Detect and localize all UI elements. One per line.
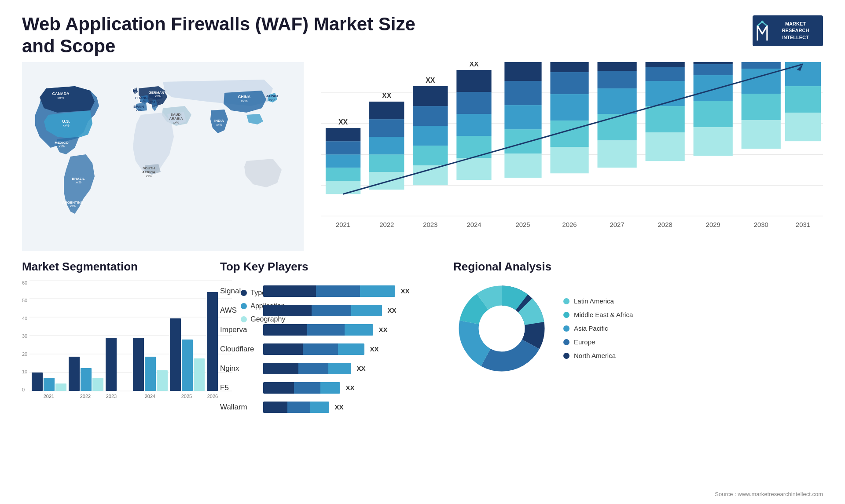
segmentation-section: Market Segmentation 60 50 40 30 20 10 0 [22,260,207,458]
middle-east-label: Middle East & Africa [574,311,633,318]
svg-text:2030: 2030 [754,221,768,228]
players-section: Top Key Players Signal AWS Imperva Cloud… [220,260,440,458]
svg-rect-67 [504,153,541,178]
player-signal: Signal [220,285,254,298]
svg-rect-43 [326,128,360,141]
donut-area: Latin America Middle East & Africa Asia … [453,280,823,377]
svg-text:XX: XX [426,77,435,84]
svg-rect-89 [646,106,685,132]
top-content: CANADA xx% U.S. xx% MEXICO xx% BRAZIL xx… [0,62,845,251]
svg-rect-98 [694,64,733,75]
regional-section: Regional Analysis [453,260,823,458]
players-title: Top Key Players [220,260,440,274]
svg-rect-146 [194,358,205,391]
player-wallarm-xx: XX [335,403,344,411]
svg-text:xx%: xx% [75,181,81,184]
player-bars: XX XX [263,280,441,414]
logo-area: MARKET RESEARCH INTELLECT [753,13,823,46]
header: Web Application Firewalls (WAF) Market S… [0,0,845,62]
svg-rect-62 [456,114,491,136]
player-names: Signal AWS Imperva Cloudflare Nginx F5 W… [220,280,254,414]
svg-text:XX: XX [469,62,479,68]
svg-text:xx%: xx% [269,99,275,102]
europe-label: Europe [574,338,595,346]
svg-text:2023: 2023 [106,394,117,399]
svg-rect-103 [742,94,781,120]
legend-middle-east: Middle East & Africa [563,311,633,318]
player-signal-xx: XX [401,287,410,295]
svg-text:2025: 2025 [515,221,530,228]
svg-rect-126 [69,357,80,391]
map-section: CANADA xx% U.S. xx% MEXICO xx% BRAZIL xx… [22,62,304,251]
svg-rect-128 [92,378,103,391]
player-cloudflare-xx: XX [370,345,379,353]
asia-pacific-dot [563,325,569,332]
svg-rect-105 [742,62,781,69]
svg-text:2021: 2021 [336,221,350,228]
regional-title: Regional Analysis [453,260,823,274]
svg-text:XX: XX [382,92,392,99]
svg-rect-69 [504,105,541,129]
legend-latin-america: Latin America [563,297,633,305]
svg-text:2022: 2022 [80,394,91,399]
svg-rect-96 [694,101,733,127]
svg-rect-124 [55,383,66,391]
regional-legend: Latin America Middle East & Africa Asia … [563,297,633,359]
svg-rect-74 [550,147,588,173]
svg-text:xx%: xx% [136,109,141,112]
table-row: XX [263,304,441,317]
svg-point-157 [479,306,525,351]
legend-asia-pacific: Asia Pacific [563,325,633,332]
segmentation-title: Market Segmentation [22,260,207,274]
svg-rect-47 [369,154,404,172]
svg-rect-122 [32,373,43,391]
svg-rect-53 [413,165,448,185]
svg-text:ARABIA: ARABIA [169,117,183,121]
svg-text:xx%: xx% [154,95,160,98]
player-imperva-xx: XX [379,326,388,333]
svg-rect-77 [550,72,588,94]
svg-text:xx%: xx% [57,96,64,100]
bottom-content: Market Segmentation 60 50 40 30 20 10 0 [0,251,845,467]
table-row: XX [263,381,441,394]
seg-chart-svg2: 2024 2025 2026 [131,280,232,408]
svg-text:INDIA: INDIA [214,119,224,123]
europe-dot [563,339,569,345]
svg-text:CHINA: CHINA [238,95,251,99]
world-map: CANADA xx% U.S. xx% MEXICO xx% BRAZIL xx… [22,62,304,251]
table-row: XX [263,343,441,356]
svg-rect-39 [326,181,360,194]
donut-chart [453,280,550,377]
table-row: XX [263,323,441,336]
legend-europe: Europe [563,338,633,346]
svg-text:BRAZIL: BRAZIL [72,177,84,181]
svg-rect-108 [785,113,821,141]
svg-rect-142 [157,370,168,391]
svg-rect-85 [597,62,636,71]
table-row: XX [263,285,441,298]
svg-text:2026: 2026 [207,394,218,399]
svg-rect-99 [694,62,733,64]
svg-rect-54 [413,146,448,165]
svg-text:2028: 2028 [658,221,672,228]
svg-text:xx%: xx% [173,121,179,124]
svg-text:SAUDI: SAUDI [171,113,182,117]
svg-rect-40 [326,168,360,181]
svg-rect-88 [646,132,685,161]
source-text: Source : www.marketresearchintellect.com [715,491,823,497]
player-nginx: Nginx [220,362,254,375]
svg-text:2025: 2025 [181,394,192,399]
svg-rect-55 [413,126,448,146]
latin-america-label: Latin America [574,297,614,305]
logo-text: MARKET RESEARCH INTELLECT [767,21,809,41]
svg-text:xx%: xx% [131,91,137,94]
svg-rect-63 [456,92,491,114]
player-f5: F5 [220,381,254,394]
svg-text:SOUTH: SOUTH [143,166,155,170]
svg-text:MEXICO: MEXICO [55,141,69,145]
svg-text:xx%: xx% [146,175,151,178]
player-aws-xx: XX [388,307,397,314]
legend-north-america: North America [563,352,633,359]
svg-text:2023: 2023 [423,221,437,228]
svg-rect-61 [456,136,491,158]
